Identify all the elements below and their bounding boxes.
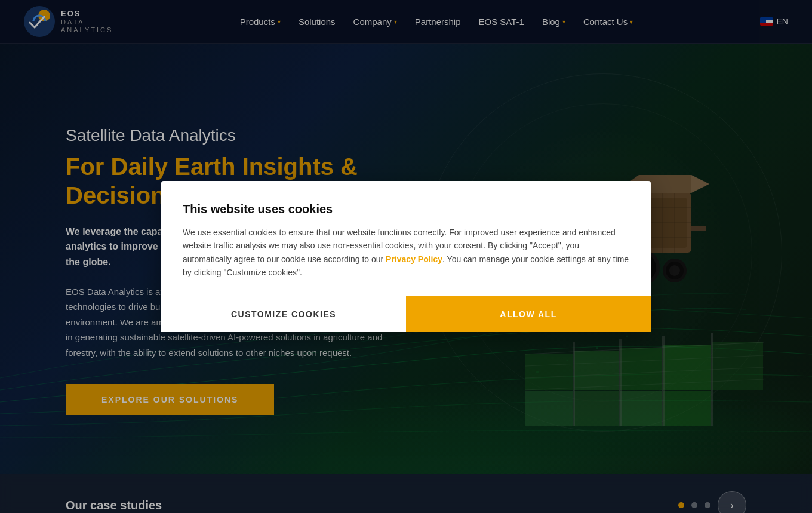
customize-cookies-button[interactable]: CUSTOMIZE COOKIES: [161, 296, 406, 332]
cookie-text: We use essential cookies to ensure that …: [183, 226, 629, 279]
allow-all-button[interactable]: ALLOW ALL: [406, 296, 651, 332]
cookie-buttons: CUSTOMIZE COOKIES ALLOW ALL: [161, 296, 651, 332]
cookie-title: This website uses cookies: [183, 202, 629, 216]
cookie-overlay: This website uses cookies We use essenti…: [0, 0, 812, 513]
privacy-policy-link[interactable]: Privacy Policy: [386, 254, 442, 264]
cookie-banner: This website uses cookies We use essenti…: [161, 181, 651, 333]
